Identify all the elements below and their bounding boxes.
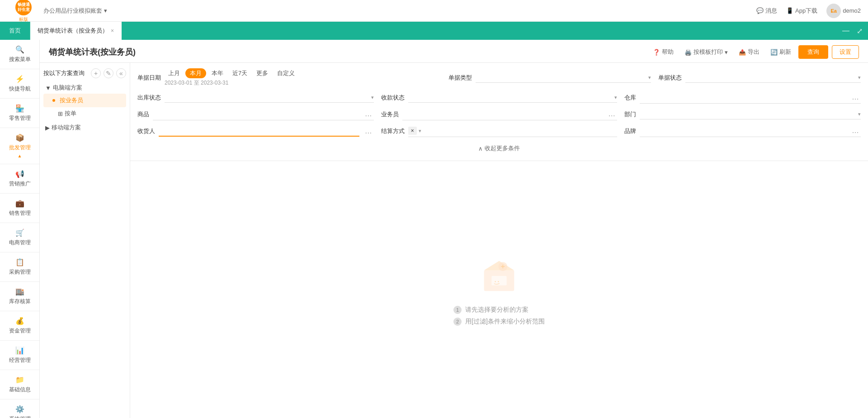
retail-icon: 🏪 (15, 104, 24, 113)
filter-status-field: 单据状态 ▾ (658, 73, 861, 83)
sidebar-item-basic-info[interactable]: 📁 基础信息 (0, 370, 39, 399)
collapse-filter-button[interactable]: ∧ 收起更多条件 (137, 142, 861, 155)
warehouse-dropdown[interactable]: … (640, 91, 861, 104)
tree-by-order[interactable]: ⊞ 按单 (43, 107, 126, 120)
settlement-tag: × (408, 127, 417, 135)
brand-ellipsis-icon[interactable]: … (850, 127, 861, 135)
sidebar-item-purchase[interactable]: 📋 采购管理 (0, 252, 39, 282)
help-button[interactable]: ❓ 帮助 (649, 46, 677, 58)
brand-dropdown[interactable]: … (640, 125, 861, 137)
svg-rect-2 (491, 276, 506, 285)
salesperson-dropdown[interactable]: … (402, 108, 618, 120)
empty-state: 1 请先选择要分析的方案 2 用[过滤]条件来缩小分析范围 (453, 253, 545, 326)
tab-home-label: 首页 (9, 27, 21, 35)
receiver-ellipsis-icon[interactable]: … (363, 127, 374, 135)
svg-point-6 (495, 281, 496, 282)
add-icon: + (94, 70, 98, 77)
product-ellipsis-icon[interactable]: … (363, 110, 374, 118)
tree-pc-schemes[interactable]: ▼ 电脑端方案 (43, 82, 126, 94)
sidebar-item-ecommerce[interactable]: 🛒 电商管理 (0, 223, 39, 252)
app-download-action[interactable]: 📱 App下载 (786, 7, 817, 15)
query-button[interactable]: 查询 (798, 45, 828, 59)
filter-salesperson-field: 业务员 … (381, 108, 618, 120)
filter-row-2: 出库状态 ▾ 收款状态 ▾ (137, 91, 861, 104)
template-print-arrow-icon: ▾ (725, 49, 728, 56)
help-label: 帮助 (662, 48, 674, 56)
filter-receiver-field: 收货人 … (137, 125, 374, 137)
collapse-panel-button[interactable]: « (116, 68, 126, 78)
add-scheme-button[interactable]: + (91, 68, 101, 78)
sidebar-item-wholesale[interactable]: 📦 批发管理 ▲ (0, 128, 39, 164)
sidebar-item-finance[interactable]: 💰 资金管理 (0, 311, 39, 341)
date-last-month-btn[interactable]: 上月 (165, 68, 184, 78)
tab-home[interactable]: 首页 (0, 22, 30, 40)
tab-minimize-button[interactable]: — (840, 25, 851, 37)
right-content: 单据日期 上月 本月 本年 近7天 更多 自定义 20 (130, 63, 868, 418)
header-actions: ❓ 帮助 🖨️ 按模板打印 ▾ 📤 导出 🔄 刷新 查询 设置 (649, 45, 859, 59)
tree-mobile-schemes[interactable]: ▶ 移动端方案 (43, 122, 126, 133)
message-action[interactable]: 💬 消息 (756, 7, 777, 15)
sidebar-item-retail[interactable]: 🏪 零售管理 (0, 99, 39, 128)
export-button[interactable]: 📤 导出 (735, 46, 763, 58)
sidebar-search-label: 搜索菜单 (9, 56, 31, 63)
sidebar-ecommerce-label: 电商管理 (9, 239, 31, 247)
status-dropdown[interactable]: ▾ (685, 73, 861, 83)
user-name: demo2 (843, 7, 861, 14)
sidebar-quicknav-label: 快捷导航 (9, 85, 31, 93)
filter-outbound-field: 出库状态 ▾ (137, 93, 374, 103)
tree-expand-icon: ▼ (45, 85, 51, 91)
department-label: 部门 (624, 110, 636, 119)
date-more-btn[interactable]: 更多 (253, 68, 272, 78)
wholesale-arrow-icon: ▲ (18, 153, 22, 158)
payment-dropdown[interactable]: ▾ (408, 93, 618, 103)
department-dropdown[interactable]: ▾ (640, 109, 861, 119)
sidebar-item-marketing[interactable]: 📢 营销推广 (0, 164, 39, 194)
edit-scheme-button[interactable]: ✎ (104, 68, 113, 78)
app-icon: 📱 (786, 7, 793, 14)
sidebar-item-operations[interactable]: 📊 经营管理 (0, 341, 39, 370)
template-print-button[interactable]: 🖨️ 按模板打印 ▾ (681, 46, 731, 58)
collapse-arrow-icon: ∧ (478, 145, 483, 152)
settlement-dropdown[interactable]: × ▾ (408, 125, 618, 137)
date-custom-btn[interactable]: 自定义 (274, 68, 298, 78)
warehouse-label: 仓库 (624, 94, 636, 102)
filter-panel: 单据日期 上月 本月 本年 近7天 更多 自定义 20 (130, 63, 868, 161)
tree-salesperson-label: 按业务员 (60, 96, 83, 104)
receiver-input[interactable] (159, 125, 359, 137)
date-this-month-btn[interactable]: 本月 (185, 68, 206, 78)
outbound-dropdown[interactable]: ▾ (165, 93, 374, 103)
page-title: 销货单统计表(按业务员) (49, 47, 136, 57)
sidebar-item-quicknav[interactable]: ⚡ 快捷导航 (0, 69, 39, 99)
sidebar-item-inventory[interactable]: 🏬 库存核算 (0, 282, 39, 311)
user-info[interactable]: Ea demo2 (826, 4, 861, 18)
tab-sales-stats[interactable]: 销货单统计表（按业务员） × (30, 22, 122, 40)
sidebar-sales-label: 销售管理 (9, 209, 31, 217)
ecommerce-icon: 🛒 (15, 228, 24, 237)
tree-by-salesperson[interactable]: 按业务员 (43, 94, 126, 107)
tab-sales-label: 销货单统计表（按业务员） (38, 27, 108, 35)
salesperson-ellipsis-icon[interactable]: … (606, 110, 617, 118)
app-label: App下载 (795, 7, 817, 15)
product-dropdown[interactable]: … (153, 108, 374, 120)
type-dropdown[interactable]: ▾ (476, 73, 651, 83)
date-this-year-btn[interactable]: 本年 (208, 68, 227, 78)
sidebar: 🔍 搜索菜单 ⚡ 快捷导航 🏪 零售管理 📦 批发管理 ▲ 📢 营销推广 💼 销… (0, 40, 40, 418)
status-label: 单据状态 (658, 74, 682, 82)
finance-icon: 💰 (15, 317, 24, 325)
sidebar-item-sales[interactable]: 💼 销售管理 (0, 194, 39, 223)
breadcrumb[interactable]: 办公用品行业模拟账套 ▾ (43, 7, 107, 15)
settlement-tag-remove[interactable]: × (411, 128, 414, 134)
refresh-button[interactable]: 🔄 刷新 (767, 46, 795, 58)
tab-maximize-button[interactable]: ⤢ (855, 25, 864, 37)
sidebar-item-system[interactable]: ⚙️ 系统管理 (0, 399, 39, 418)
tab-close-icon[interactable]: × (111, 28, 114, 34)
message-label: 消息 (765, 7, 777, 15)
warehouse-ellipsis-icon[interactable]: … (850, 93, 861, 101)
quicknav-icon: ⚡ (15, 75, 24, 83)
sidebar-item-search[interactable]: 🔍 搜索菜单 (0, 40, 39, 69)
operations-icon: 📊 (15, 346, 24, 355)
date-7days-btn[interactable]: 近7天 (229, 68, 251, 78)
status-arrow-icon: ▾ (858, 75, 861, 81)
settings-button[interactable]: 设置 (832, 45, 859, 59)
tree-order-label: 按单 (65, 109, 76, 118)
